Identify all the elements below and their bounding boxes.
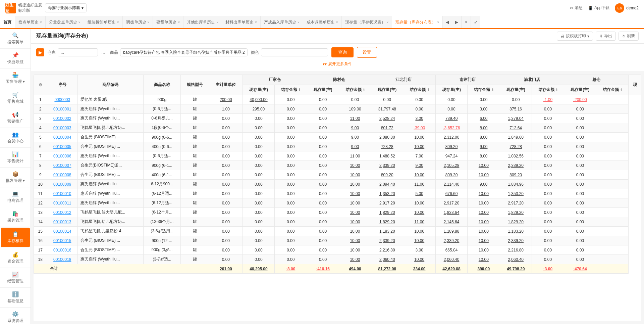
cell-code[interactable]: 00100013	[47, 217, 78, 227]
cell-value[interactable]: 10.00	[403, 227, 436, 236]
message-btn[interactable]: ✉ 消息	[570, 5, 583, 11]
cell-value[interactable]: 728.28	[371, 142, 403, 151]
sidebar-item-会员中心[interactable]: 👥 会员中心	[0, 128, 31, 148]
tab-close[interactable]: ×	[462, 16, 471, 29]
cell-value[interactable]: 1,183.20	[500, 227, 532, 236]
warehouse-dots-btn[interactable]: …	[100, 50, 107, 55]
cell-value[interactable]: 809.20	[436, 170, 468, 180]
expand-btn[interactable]: ▾▾ 展开更多条件	[320, 60, 355, 68]
cell-value[interactable]: 10.00	[403, 208, 436, 217]
cell-value[interactable]: 2,080.80	[371, 133, 403, 142]
cell-value[interactable]: 10.00	[467, 217, 500, 227]
cell-value[interactable]: 10.00	[339, 180, 371, 189]
cell-value[interactable]: 2,528.24	[371, 114, 403, 123]
sidebar-item-基础信息[interactable]: ℹ️ 基础信息	[0, 288, 31, 308]
cell-value[interactable]: 1.00	[209, 104, 243, 114]
sidebar-item-系统管理[interactable]: ⚙️ 系统管理	[0, 308, 31, 324]
cell-value[interactable]: 40,000.00	[243, 95, 274, 104]
cell-code[interactable]: 00100009	[47, 180, 78, 189]
cell-value[interactable]: 11.00	[403, 217, 436, 227]
cell-value[interactable]: 2,216.80	[500, 245, 532, 255]
cell-value[interactable]: 10.00	[403, 170, 436, 180]
cell-code[interactable]: 00100010	[47, 189, 78, 198]
sidebar-item-营销推广[interactable]: 📢 营销推广	[0, 108, 31, 128]
cell-value[interactable]: 2,339.20	[371, 161, 403, 170]
cell-code[interactable]: 00100012	[47, 208, 78, 217]
cell-value[interactable]: 10.00	[339, 236, 371, 245]
cell-value[interactable]: -470.64	[564, 264, 596, 274]
sidebar-item-零售商城[interactable]: 🛒 零售商城	[0, 88, 31, 108]
cell-value[interactable]: 1,829.20	[371, 208, 403, 217]
goods-input[interactable]	[120, 48, 248, 56]
cell-value[interactable]: 10.00	[467, 236, 500, 245]
sidebar-item-批发管理[interactable]: 📦 批发管理 ▾	[0, 168, 31, 187]
cell-value[interactable]: 1,353.20	[371, 189, 403, 198]
cell-value[interactable]: 10.00	[467, 227, 500, 236]
tab-要货单历史[interactable]: 要货单历史×	[153, 16, 183, 29]
cell-value[interactable]: -39.00	[403, 123, 436, 133]
tab-材料出库单历史[interactable]: 材料出库单历史×	[222, 16, 261, 29]
sidebar-item-库存核算[interactable]: 📋 库存核算	[1, 228, 30, 247]
cell-value[interactable]: 712.64	[500, 123, 532, 133]
sidebar-item-资金管理[interactable]: 💰 资金管理	[0, 248, 31, 268]
set-btn[interactable]: 设置	[357, 47, 377, 58]
cell-code[interactable]: 00100015	[47, 236, 78, 245]
cell-value[interactable]: 10.00	[467, 245, 500, 255]
cell-value[interactable]: 2,094.40	[371, 180, 403, 189]
cell-value[interactable]: 10.00	[467, 255, 500, 264]
cell-value[interactable]: 10.00	[339, 208, 371, 217]
cell-value[interactable]: 2,339.20	[500, 161, 532, 170]
cell-value[interactable]: 809.20	[436, 142, 468, 151]
cell-value[interactable]: 2,105.28	[436, 161, 468, 170]
cell-value[interactable]: 1,829.20	[500, 217, 532, 227]
close-tab-btn[interactable]: ×	[387, 20, 389, 24]
cell-value[interactable]: 109.00	[339, 104, 371, 114]
tab-prev[interactable]: ◀	[443, 16, 452, 29]
color-input[interactable]	[261, 48, 328, 56]
close-tab-btn[interactable]: ×	[336, 20, 338, 24]
cell-code[interactable]: 00100007	[47, 161, 78, 170]
cell-value[interactable]: 1,849.60	[500, 133, 532, 142]
cell-value[interactable]: 676.60	[436, 189, 468, 198]
cell-value[interactable]: 801.72	[371, 123, 403, 133]
cell-value[interactable]: 390.00	[467, 264, 500, 274]
cell-value[interactable]: 2,339.20	[500, 236, 532, 245]
cell-value[interactable]: 7.00	[403, 151, 436, 161]
cell-value[interactable]: 2,114.40	[436, 180, 468, 189]
cell-value[interactable]: 201.00	[209, 264, 243, 274]
tab-组装拆卸单历史[interactable]: 组装拆卸单历史×	[84, 16, 123, 29]
cell-value[interactable]: 9.00	[339, 123, 371, 133]
cell-value[interactable]: 2,339.20	[436, 236, 468, 245]
tab-产成品入库单历史[interactable]: 产成品入库单历史×	[261, 16, 303, 29]
sidebar-item-零售统计[interactable]: 📊 零售统计	[0, 148, 31, 168]
cell-value[interactable]: 10.00	[403, 198, 436, 208]
cell-value[interactable]: 1,189.88	[436, 227, 468, 236]
sidebar-item-采购管理[interactable]: 🛍️ 采购管理	[0, 207, 31, 227]
tab-expand[interactable]: ⤢	[471, 16, 480, 29]
cell-value[interactable]: 31,797.48	[371, 104, 403, 114]
cell-value[interactable]: 10.00	[339, 255, 371, 264]
cell-code[interactable]: 00100004	[47, 133, 78, 142]
warehouse-input[interactable]	[58, 48, 98, 56]
cell-value[interactable]: 10.00	[467, 198, 500, 208]
cell-code[interactable]: 00100005	[47, 142, 78, 151]
cell-value[interactable]: 3.00	[403, 114, 436, 123]
cell-value[interactable]: 6.00	[467, 114, 500, 123]
cell-value[interactable]: 42,620.08	[436, 264, 468, 274]
cell-value[interactable]: 2,312.00	[436, 133, 468, 142]
cell-value[interactable]: 1,379.04	[500, 114, 532, 123]
cell-value[interactable]: 9.00	[467, 180, 500, 189]
tab-成本调整单历史[interactable]: 成本调整单历史×	[303, 16, 342, 29]
close-tab-btn[interactable]: ×	[298, 20, 300, 24]
cell-value[interactable]: 3.00	[467, 104, 500, 114]
tab-分量盘点单历史[interactable]: 分量盘点单历史×	[46, 16, 84, 29]
cell-code[interactable]: 0000003	[47, 95, 78, 104]
close-tab-btn[interactable]: ×	[178, 20, 180, 24]
user-area[interactable]: Ea demo2	[615, 3, 639, 13]
cell-value[interactable]: 40,295.00	[243, 264, 274, 274]
cell-value[interactable]: 5.00	[403, 189, 436, 198]
sidebar-item-电商管理[interactable]: 💻 电商管理	[0, 187, 31, 207]
cell-value[interactable]: 8.00	[467, 151, 500, 161]
tab-next[interactable]: ▶	[452, 16, 462, 29]
cell-value[interactable]: 665.04	[436, 245, 468, 255]
